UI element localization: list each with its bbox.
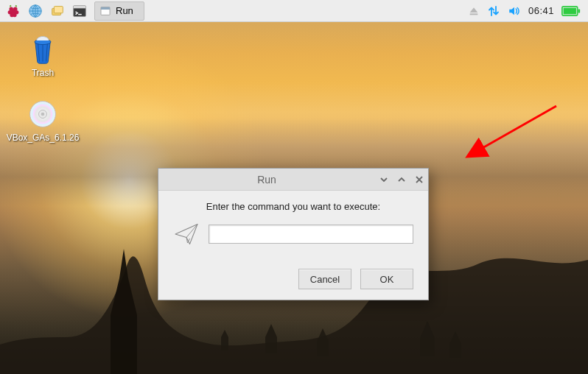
desktop-icons: Trash VBox_GAs_6.1.26 [13,32,72,144]
svg-rect-17 [564,7,576,14]
svg-rect-16 [578,9,581,13]
svg-rect-13 [101,7,110,9]
system-tray: 06:41 [468,4,585,18]
taskbar-entry-run[interactable]: Run [94,1,144,21]
svg-rect-11 [74,5,86,8]
button-label: OK [380,274,394,285]
command-input[interactable] [209,225,413,244]
ok-button[interactable]: OK [360,269,413,289]
window-close-button[interactable] [410,171,428,188]
svg-point-6 [13,13,17,17]
eject-icon[interactable] [468,5,480,17]
svg-rect-9 [54,6,63,13]
file-manager-launcher[interactable] [47,1,68,21]
network-updown-icon[interactable] [487,4,500,18]
run-dialog: Run Enter the command you want to execut… [158,168,429,300]
taskbar-entry-label: Run [116,5,133,16]
chevron-up-icon [397,175,406,184]
svg-point-21 [41,113,45,116]
battery-icon[interactable] [561,5,581,17]
globe-icon [27,3,43,19]
paper-plane-icon [173,221,200,247]
close-icon [415,175,424,184]
disc-icon [26,97,60,131]
window-maximize-button[interactable] [393,171,410,188]
volume-icon[interactable] [508,4,521,18]
window-minimize-button[interactable] [375,171,393,188]
chevron-down-icon [379,175,388,184]
terminal-launcher[interactable] [69,1,90,21]
tray-clock[interactable]: 06:41 [528,5,554,16]
folders-icon [49,3,66,19]
desktop-icon-label: VBox_GAs_6.1.26 [7,133,80,143]
start-menu-button[interactable] [3,1,24,21]
window-icon [99,5,111,17]
dialog-title: Run [158,174,375,186]
button-label: Cancel [310,274,340,285]
desktop-icon-label: Trash [32,68,54,78]
web-browser-launcher[interactable] [25,1,46,21]
dialog-titlebar[interactable]: Run [158,169,428,191]
svg-rect-14 [470,13,478,15]
desktop-icon-vbox-gas[interactable]: VBox_GAs_6.1.26 [13,97,72,143]
dialog-prompt: Enter the command you want to execute: [173,201,413,212]
taskbar: Run 06:41 [0,0,588,22]
trash-icon [26,32,60,66]
terminal-icon [71,3,88,19]
cancel-button[interactable]: Cancel [298,269,351,289]
desktop-icon-trash[interactable]: Trash [13,32,72,78]
raspberry-pi-icon [5,3,21,19]
